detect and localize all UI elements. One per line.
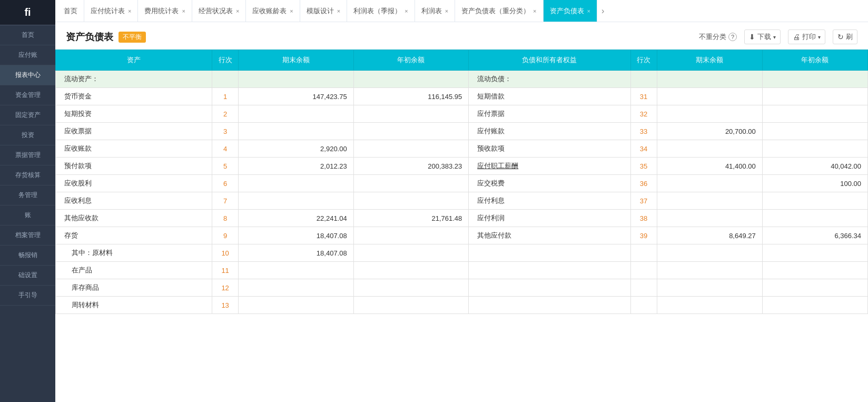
tab-balance-sheet-close[interactable]: × bbox=[587, 8, 590, 14]
main-area: 首页 应付统计表 × 费用统计表 × 经营状况表 × 应收账龄表 × 模版设计 … bbox=[55, 0, 868, 402]
tab-expense-stat-close[interactable]: × bbox=[182, 8, 185, 14]
tab-balance-sheet[interactable]: 资产负债表 × bbox=[544, 0, 597, 22]
table-row: 预付款项 5 2,012.23 200,383.23 应付职工薪酬 35 41,… bbox=[56, 158, 868, 175]
refresh-label: 刷 bbox=[846, 32, 853, 42]
tab-balance-reclassified[interactable]: 资产负债表（重分类） × bbox=[455, 0, 543, 22]
sidebar-item-smooth-sales[interactable]: 畅报销 bbox=[0, 246, 55, 266]
liability-end-balance bbox=[657, 175, 762, 192]
asset-begin-balance bbox=[353, 227, 469, 244]
asset-name: 其中：原材料 bbox=[56, 244, 212, 262]
asset-row-num: 3 bbox=[212, 123, 239, 140]
liability-begin-balance bbox=[762, 105, 867, 123]
tab-payable-stat-label: 应付统计表 bbox=[91, 6, 125, 16]
sidebar-item-basic-settings[interactable]: 础设置 bbox=[0, 266, 55, 286]
print-button[interactable]: 🖨 打印 ▾ bbox=[788, 30, 825, 44]
download-button[interactable]: ⬇ 下载 ▾ bbox=[744, 30, 781, 44]
sidebar-item-payable[interactable]: 应付账 bbox=[0, 45, 55, 65]
liability-begin-balance: 100.00 bbox=[762, 175, 867, 192]
asset-row-num: 11 bbox=[212, 262, 239, 279]
sidebar-item-archive-mgmt[interactable]: 档案管理 bbox=[0, 225, 55, 246]
asset-begin-balance bbox=[353, 244, 469, 262]
asset-name: 存货 bbox=[56, 227, 212, 244]
col-asset: 资产 bbox=[56, 50, 212, 71]
liability-name: 应付账款 bbox=[469, 123, 630, 140]
liability-row-num: 37 bbox=[630, 192, 657, 210]
asset-name: 应收利息 bbox=[56, 192, 212, 210]
asset-begin-balance bbox=[353, 262, 469, 279]
section-header-current-assets: 流动资产： 流动负债： bbox=[56, 71, 868, 88]
liability-begin-balance bbox=[762, 279, 867, 297]
asset-end-balance: 18,407.08 bbox=[239, 244, 354, 262]
asset-begin-balance bbox=[353, 297, 469, 314]
liability-row-num: 35 bbox=[630, 158, 657, 175]
tab-receivable-aging[interactable]: 应收账龄表 × bbox=[246, 0, 300, 22]
non-classify-option[interactable]: 不重分类 ? bbox=[699, 32, 737, 42]
liability-begin-balance bbox=[762, 88, 867, 105]
asset-end-balance: 2,920.00 bbox=[239, 140, 354, 158]
tab-receivable-aging-label: 应收账龄表 bbox=[252, 6, 287, 16]
sidebar-item-office-mgmt[interactable]: 务管理 bbox=[0, 185, 55, 205]
tab-profit[interactable]: 利润表 × bbox=[415, 0, 455, 22]
liability-name: 预收款项 bbox=[469, 140, 630, 158]
asset-name: 在产品 bbox=[56, 262, 212, 279]
sidebar-item-bookkeeping[interactable]: 账 bbox=[0, 205, 55, 225]
unbalanced-badge: 不平衡 bbox=[119, 32, 146, 43]
sidebar-item-fund-mgmt[interactable]: 资金管理 bbox=[0, 85, 55, 105]
col-end-bal-2: 期末余额 bbox=[657, 50, 762, 71]
tab-profit-quarterly-close[interactable]: × bbox=[405, 8, 408, 14]
liability-end-balance: 20,700.00 bbox=[657, 123, 762, 140]
sidebar-item-guide[interactable]: 手引导 bbox=[0, 286, 55, 306]
tab-balance-reclassified-close[interactable]: × bbox=[533, 8, 536, 14]
liability-name: 其他应付款 bbox=[469, 227, 630, 244]
tab-expense-stat[interactable]: 费用统计表 × bbox=[138, 0, 192, 22]
page-title-area: 资产负债表 不平衡 bbox=[66, 31, 146, 43]
asset-begin-balance bbox=[353, 105, 469, 123]
asset-row-num: 9 bbox=[212, 227, 239, 244]
asset-begin-balance: 21,761.48 bbox=[353, 210, 469, 227]
tab-payable-stat-close[interactable]: × bbox=[128, 8, 131, 14]
sidebar-item-fixed-assets[interactable]: 固定资产 bbox=[0, 105, 55, 125]
tab-scroll-right[interactable]: › bbox=[597, 6, 608, 16]
liability-name: 应交税费 bbox=[469, 175, 630, 192]
tab-profit-quarterly[interactable]: 利润表（季报） × bbox=[347, 0, 415, 22]
sidebar-item-home[interactable]: 首页 bbox=[0, 25, 55, 45]
table-row: 周转材料 13 bbox=[56, 297, 868, 314]
asset-name: 短期投资 bbox=[56, 105, 212, 123]
tab-home[interactable]: 首页 bbox=[57, 0, 84, 22]
asset-name: 应收股利 bbox=[56, 175, 212, 192]
tab-template-design-close[interactable]: × bbox=[337, 8, 340, 14]
tab-profit-close[interactable]: × bbox=[445, 8, 448, 14]
asset-row-num: 2 bbox=[212, 105, 239, 123]
liability-row-num bbox=[630, 297, 657, 314]
sidebar-item-invest[interactable]: 投资 bbox=[0, 125, 55, 145]
sidebar-item-report-center[interactable]: 报表中心 bbox=[0, 65, 55, 85]
sidebar: fi 首页 应付账 报表中心 资金管理 固定资产 投资 票据管理 存货核算 务管… bbox=[0, 0, 55, 402]
tab-operation-stat-close[interactable]: × bbox=[236, 8, 239, 14]
asset-end-balance: 22,241.04 bbox=[239, 210, 354, 227]
asset-name: 应收账款 bbox=[56, 140, 212, 158]
asset-begin-balance bbox=[353, 140, 469, 158]
refresh-button[interactable]: ↻ 刷 bbox=[833, 30, 857, 44]
asset-name: 库存商品 bbox=[56, 279, 212, 297]
tab-profit-label: 利润表 bbox=[421, 6, 442, 16]
sidebar-item-bill-mgmt[interactable]: 票据管理 bbox=[0, 145, 55, 165]
liability-name bbox=[469, 279, 630, 297]
help-icon[interactable]: ? bbox=[728, 33, 737, 41]
liability-row-num: 32 bbox=[630, 105, 657, 123]
section-right-label: 流动负债： bbox=[469, 71, 630, 88]
tab-operation-stat[interactable]: 经营状况表 × bbox=[192, 0, 246, 22]
liability-end-balance: 8,649.27 bbox=[657, 227, 762, 244]
liability-name bbox=[469, 244, 630, 262]
tab-payable-stat[interactable]: 应付统计表 × bbox=[84, 0, 138, 22]
tab-receivable-aging-close[interactable]: × bbox=[290, 8, 293, 14]
asset-name: 应收票据 bbox=[56, 123, 212, 140]
liability-end-balance bbox=[657, 297, 762, 314]
liability-row-num: 31 bbox=[630, 88, 657, 105]
table-header-row: 资产 行次 期末余额 年初余额 负债和所有者权益 行次 期末余额 年初余额 bbox=[56, 50, 868, 71]
sidebar-item-inventory-calc[interactable]: 存货核算 bbox=[0, 165, 55, 185]
asset-row-num: 12 bbox=[212, 279, 239, 297]
liability-name: 应付利润 bbox=[469, 210, 630, 227]
tab-template-design[interactable]: 模版设计 × bbox=[300, 0, 347, 22]
section-left-begin bbox=[353, 71, 469, 88]
section-left-label: 流动资产： bbox=[56, 71, 212, 88]
